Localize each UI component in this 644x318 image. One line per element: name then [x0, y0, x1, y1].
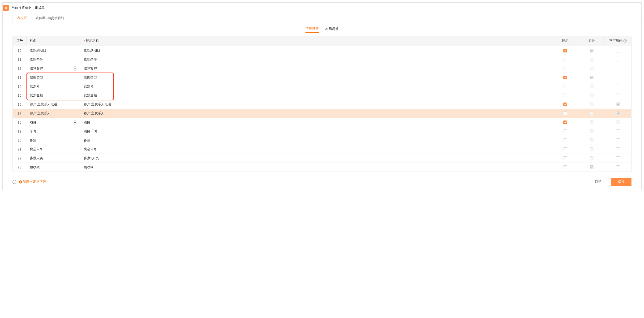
readonly-checkbox[interactable]: [616, 148, 620, 151]
cell-display-name[interactable]: 预收款: [80, 165, 552, 170]
cell-display-name[interactable]: 项目.车号: [80, 129, 552, 134]
show-checkbox[interactable]: [563, 84, 567, 88]
show-checkbox[interactable]: [563, 76, 567, 80]
show-checkbox[interactable]: [563, 138, 567, 142]
table-row: 15发票金额发票金额: [13, 91, 631, 100]
readonly-checkbox[interactable]: [616, 138, 620, 142]
col-header-show: 显示: [552, 36, 578, 46]
cell-readonly: [605, 148, 631, 151]
readonly-checkbox[interactable]: [616, 49, 620, 52]
cell-name: 票据类型: [26, 75, 80, 80]
required-checkbox: [590, 112, 594, 115]
cell-name: 预收款: [26, 165, 80, 170]
subtab-field-settings[interactable]: 字段设置: [306, 27, 319, 32]
table-row: 14发票号发票号: [13, 82, 631, 91]
cell-display-name[interactable]: 结算客户: [80, 66, 552, 71]
readonly-checkbox[interactable]: [616, 166, 620, 169]
cell-readonly: [605, 112, 631, 115]
tab-header-area[interactable]: 表头区: [12, 13, 32, 24]
cell-display-name[interactable]: 备注: [80, 138, 552, 142]
readonly-checkbox[interactable]: [616, 84, 620, 88]
cell-name: 项目+: [26, 120, 80, 124]
readonly-checkbox[interactable]: [616, 130, 620, 133]
help-icon[interactable]: ?: [624, 39, 627, 42]
cell-readonly: [605, 84, 631, 88]
readonly-checkbox[interactable]: [616, 66, 620, 70]
gear-icon: [19, 180, 22, 184]
cell-display-name[interactable]: 项目: [80, 120, 552, 124]
show-checkbox[interactable]: [563, 166, 567, 169]
collapse-toggle-button[interactable]: [3, 5, 9, 11]
cell-display-name[interactable]: 客户.主联系人: [80, 111, 552, 116]
table-header: 序号 列名 * 显示名称 显示 必录 不可编辑 ?: [12, 36, 632, 46]
cell-show: [552, 112, 578, 115]
chevron-right-double-icon: [4, 6, 8, 10]
show-checkbox[interactable]: [563, 102, 567, 106]
cell-required: [578, 156, 605, 160]
cell-seq: 17: [13, 112, 26, 115]
col-header-name: 列名: [26, 36, 80, 46]
show-checkbox[interactable]: [563, 94, 567, 97]
cell-display-name[interactable]: 快递单号: [80, 147, 552, 152]
plus-icon[interactable]: +: [73, 120, 77, 124]
cell-display-name[interactable]: 收款到期日: [80, 48, 552, 53]
show-checkbox[interactable]: [563, 49, 567, 52]
table-row: 11收款条件收款条件: [13, 55, 631, 64]
readonly-checkbox[interactable]: [616, 76, 620, 80]
cell-show: [552, 156, 578, 160]
table-row: 16客户.主联系人电话客户.主联系人电话: [13, 100, 631, 109]
readonly-checkbox: [616, 120, 620, 124]
table-wrap: 序号 列名 * 显示名称 显示 必录 不可编辑 ? 10收款到期日收款到期日11…: [2, 36, 642, 172]
table-row: 17客户.主联系人客户.主联系人: [13, 109, 631, 118]
cell-show: [552, 49, 578, 52]
cell-required: [578, 112, 605, 115]
table-row: 23预收款预收款: [13, 163, 631, 172]
cell-display-name[interactable]: 发票金额: [80, 93, 552, 98]
cell-show: [552, 148, 578, 151]
cell-display-name[interactable]: 客户.主联系人电话: [80, 102, 552, 106]
cell-show: [552, 120, 578, 124]
required-checkbox: [590, 58, 594, 62]
manage-custom-fields-link[interactable]: 管理自定义字段: [19, 180, 46, 184]
readonly-checkbox[interactable]: [616, 58, 620, 62]
cell-readonly: [605, 130, 631, 133]
tab-body-area[interactable]: 表体区–销货单明细: [32, 13, 68, 24]
cell-seq: 22: [13, 156, 26, 160]
show-checkbox[interactable]: [563, 58, 567, 62]
cancel-button[interactable]: 取消: [588, 178, 608, 186]
cell-readonly: [605, 156, 631, 160]
cell-name: 步骤人员: [26, 156, 80, 160]
footer-bar: ? 管理自定义字段 取消 保存: [2, 174, 642, 190]
readonly-checkbox[interactable]: [616, 94, 620, 97]
save-button[interactable]: 保存: [611, 178, 632, 186]
subtab-layout-adjust[interactable]: 布局调整: [325, 27, 338, 32]
table-row: 21快递单号快递单号: [13, 145, 631, 154]
cell-readonly: [605, 94, 631, 97]
show-checkbox[interactable]: [563, 156, 567, 160]
cell-readonly: [605, 76, 631, 80]
show-checkbox[interactable]: [563, 112, 567, 115]
show-checkbox[interactable]: [563, 120, 567, 124]
col-header-readonly: 不可编辑 ?: [605, 36, 631, 46]
show-checkbox[interactable]: [563, 148, 567, 151]
cell-display-name[interactable]: 收款条件: [80, 58, 552, 62]
show-checkbox[interactable]: [563, 130, 567, 133]
cell-required: [578, 94, 605, 97]
cell-display-name[interactable]: 发票号: [80, 84, 552, 88]
question-icon[interactable]: ?: [12, 180, 16, 184]
table-row: 22步骤人员步骤1人员: [13, 154, 631, 163]
cell-show: [552, 130, 578, 133]
cell-seq: 18: [13, 120, 26, 124]
subtab-bar: 字段设置 布局调整: [2, 24, 642, 36]
readonly-checkbox[interactable]: [616, 156, 620, 160]
cell-display-name[interactable]: 票据类型: [80, 75, 552, 80]
cell-show: [552, 66, 578, 70]
cell-show: [552, 138, 578, 142]
cell-readonly: [605, 58, 631, 62]
plus-icon[interactable]: +: [73, 66, 77, 71]
cell-name: 快递单号: [26, 147, 80, 152]
cell-show: [552, 58, 578, 62]
cell-display-name[interactable]: 步骤1人员: [80, 156, 552, 160]
cell-required: [578, 130, 605, 133]
show-checkbox[interactable]: [563, 66, 567, 70]
